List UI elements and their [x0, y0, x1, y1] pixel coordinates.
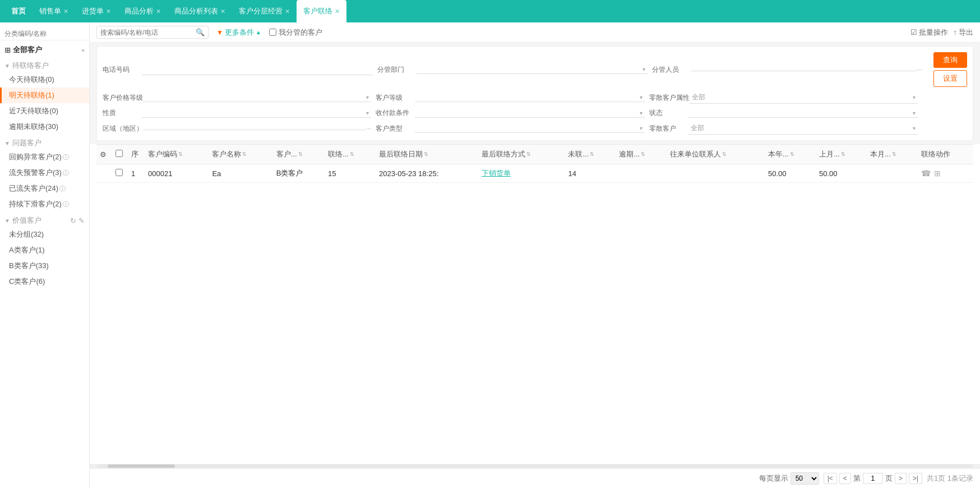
sidebar-item-tomorrow[interactable]: 明天待联络(1) [0, 88, 89, 103]
sidebar-all-customers[interactable]: ⊞ 全部客户 « [0, 43, 89, 57]
grid-action-icon[interactable]: ⊞ [934, 169, 941, 178]
th-unreached[interactable]: 未联... ⇅ [565, 145, 616, 164]
filter-payment-label: 收付款条件 [376, 108, 415, 118]
th-setting[interactable]: ⚙ [96, 145, 112, 164]
chevron-down-icon: ▾ [640, 125, 642, 131]
sidebar-item-c-class[interactable]: C类客户(6) [0, 274, 89, 289]
last-page-btn[interactable]: >| [909, 473, 922, 484]
search-icon[interactable]: 🔍 [196, 28, 205, 36]
my-customers-checkbox-label[interactable]: 我分管的客户 [269, 27, 322, 38]
nav-tab-analysis[interactable]: 商品分析 ✕ [118, 0, 168, 22]
th-type[interactable]: 客户... ⇅ [273, 145, 325, 164]
filter-status-select[interactable]: ▾ [688, 109, 918, 118]
th-this-month[interactable]: 本月... ⇅ [867, 145, 918, 164]
filter-phone-input[interactable] [142, 65, 373, 75]
th-overdue[interactable]: 逾期... ⇅ [616, 145, 667, 164]
nav-close-customer-tier[interactable]: ✕ [285, 8, 290, 15]
filter-person: 分管人员 ··· [652, 65, 922, 75]
top-nav: 首页 销售单 ✕ 进货单 ✕ 商品分析 ✕ 商品分析列表 ✕ 客户分层经营 ✕ … [0, 0, 980, 22]
td-type: B类客户 [273, 164, 325, 183]
nav-close-analysis-list[interactable]: ✕ [220, 8, 225, 15]
nav-close-purchase[interactable]: ✕ [106, 8, 111, 15]
ellipsis-icon[interactable]: ··· [917, 66, 922, 73]
th-contact-count[interactable]: 联络... ⇅ [325, 145, 376, 164]
filter-region-select[interactable] [143, 127, 366, 130]
sidebar-item-churned[interactable]: 已流失客户(24) ⓘ [0, 181, 89, 196]
prev-page-btn[interactable]: < [839, 473, 851, 484]
edit-icon[interactable]: ✎ [78, 217, 85, 225]
filter-customer-level-select[interactable]: ▾ [415, 93, 644, 102]
td-check[interactable] [112, 164, 128, 183]
nav-home[interactable]: 首页 [4, 0, 33, 22]
sidebar-item-declining[interactable]: 持续下滑客户(2) ⓘ [0, 196, 89, 212]
sidebar-item-a-class[interactable]: A类客户(1) [0, 242, 89, 258]
filter-phone-label: 电话号码 [103, 65, 142, 75]
nav-tab-purchase[interactable]: 进货单 ✕ [75, 0, 118, 22]
sidebar-item-repurchase-abnormal[interactable]: 回购异常客户(2) ⓘ [0, 149, 89, 165]
nav-tab-customer-contact[interactable]: 客户联络 ✕ [297, 0, 346, 22]
sidebar-item-b-class[interactable]: B类客户(33) [0, 258, 89, 274]
filter-customer-type-select[interactable]: ▾ [415, 124, 644, 133]
th-last-month[interactable]: 上月... ⇅ [816, 145, 867, 164]
nav-tab-customer-tier[interactable]: 客户分层经营 ✕ [232, 0, 297, 22]
filter-payment-select[interactable]: ▾ [415, 109, 644, 118]
footer: 每页显示 50 100 200 |< < 第 页 > >| 共1页 1条记录 [90, 468, 980, 488]
sidebar-search-input[interactable] [4, 30, 89, 38]
th-last-date[interactable]: 最后联络日期 ⇅ [376, 145, 478, 164]
ellipsis-icon-region[interactable]: ··· [366, 125, 371, 132]
sidebar-item-7days[interactable]: 近7天待联络(0) [0, 103, 89, 119]
nav-close-sales[interactable]: ✕ [63, 8, 68, 15]
filter-price-level: 客户价格等级 ▾ [103, 93, 371, 103]
filter-panel: 电话号码 分管部门 ▾ 分管人员 ··· [96, 46, 973, 141]
chevron-down-icon: ▾ [913, 110, 916, 116]
refresh-icon[interactable]: ↻ [70, 217, 76, 225]
sidebar-item-churn-warning[interactable]: 流失预警客户(3) ⓘ [0, 165, 89, 181]
first-page-btn[interactable]: |< [824, 473, 837, 484]
sidebar-group-problem: ▼ 问题客户 [0, 135, 89, 149]
reset-button[interactable]: 设置 [933, 70, 967, 87]
filter-row-2: 客户价格等级 ▾ 客户等级 ▾ 零散客户属性 全部 [103, 91, 967, 104]
td-overdue [616, 164, 667, 183]
nav-close-analysis[interactable]: ✕ [156, 8, 161, 15]
sidebar-item-today[interactable]: 今天待联络(0) [0, 72, 89, 88]
th-contact-person[interactable]: 往来单位联系人 ⇅ [667, 145, 765, 164]
th-last-method[interactable]: 最后联络方式 ⇅ [478, 145, 565, 164]
next-page-btn[interactable]: > [895, 473, 907, 484]
td-last-method[interactable]: 下销货单 [478, 164, 565, 183]
filter-retail-customer-select[interactable]: 全部 ▾ [688, 122, 918, 135]
sidebar-group-value: ▼ 价值客户 ↻ ✎ [0, 212, 89, 227]
scrollbar-thumb[interactable] [108, 464, 175, 468]
filter-nature-select[interactable]: ▾ [142, 109, 371, 118]
sort-icon-last-month: ⇅ [841, 151, 845, 157]
filter-more-btn[interactable]: ▼ 更多条件 ▲ [213, 26, 265, 39]
select-all-checkbox[interactable] [115, 150, 123, 157]
row-checkbox[interactable] [115, 169, 123, 176]
nav-tab-sales[interactable]: 销售单 ✕ [33, 0, 75, 22]
sidebar-item-ungrouped[interactable]: 未分组(32) [0, 227, 89, 242]
filter-dept-label: 分管部门 [377, 65, 417, 75]
nav-tab-analysis-list[interactable]: 商品分析列表 ✕ [168, 0, 232, 22]
page-input[interactable] [863, 473, 883, 484]
filter-price-level-select[interactable]: ▾ [143, 93, 371, 102]
sidebar-group-pending: ▼ 待联络客户 [0, 57, 89, 72]
export-btn[interactable]: ↑ 导出 [954, 27, 974, 38]
check-icon: ☑ [910, 28, 917, 36]
th-check[interactable] [112, 145, 128, 164]
sidebar-item-overdue[interactable]: 逾期未联络(30) [0, 119, 89, 135]
table-area: ⚙ 序 客户编码 ⇅ 客户名称 ⇅ 客户... ⇅ 联络... ⇅ 最后联络日期… [90, 144, 980, 464]
filter-retail-attr-select[interactable]: 全部 ▾ [690, 91, 918, 104]
nav-close-customer-contact[interactable]: ✕ [335, 8, 340, 15]
th-name[interactable]: 客户名称 ⇅ [209, 145, 272, 164]
query-button[interactable]: 查询 [933, 52, 967, 68]
per-page-select[interactable]: 50 100 200 [791, 472, 819, 485]
filter-person-select[interactable] [691, 68, 917, 71]
batch-operation-btn[interactable]: ☑ 批量操作 [910, 27, 948, 38]
th-code[interactable]: 客户编码 ⇅ [145, 145, 209, 164]
th-this-year[interactable]: 本年... ⇅ [765, 145, 816, 164]
my-customers-checkbox[interactable] [269, 29, 276, 36]
filter-dept-select[interactable]: ▾ [417, 65, 648, 74]
phone-icon[interactable]: ☎ [921, 169, 931, 178]
collapse-icon[interactable]: « [81, 47, 85, 53]
footer-page-size: 每页显示 50 100 200 [759, 472, 819, 485]
search-input[interactable] [100, 29, 196, 36]
